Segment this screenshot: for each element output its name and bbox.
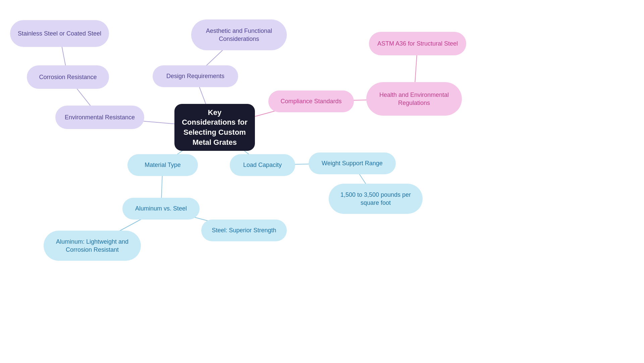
stainless-steel-node: Stainless Steel or Coated Steel: [10, 20, 109, 47]
design-req-node: Design Requirements: [153, 65, 238, 87]
alum-steel-node: Aluminum vs. Steel: [122, 198, 200, 220]
health-env-node: Health and Environmental Regulations: [366, 82, 462, 116]
steel-strength-node: Steel: Superior Strength: [201, 220, 287, 241]
astm-node: ASTM A36 for Structural Steel: [369, 32, 466, 55]
material-type-node: Material Type: [127, 154, 198, 176]
alum-lightweight-node: Aluminum: Lightweight and Corrosion Resi…: [44, 231, 141, 261]
center-node: Key Considerations for Selecting Custom …: [174, 104, 255, 151]
aesthetic-node: Aesthetic and Functional Considerations: [191, 19, 287, 50]
load-capacity-node: Load Capacity: [230, 154, 295, 176]
pounds-node: 1,500 to 3,500 pounds per square foot: [329, 184, 423, 214]
corrosion-node: Corrosion Resistance: [27, 65, 109, 89]
compliance-node: Compliance Standards: [268, 90, 354, 112]
env-resistance-node: Environmental Resistance: [55, 106, 144, 129]
weight-support-node: Weight Support Range: [309, 153, 396, 174]
